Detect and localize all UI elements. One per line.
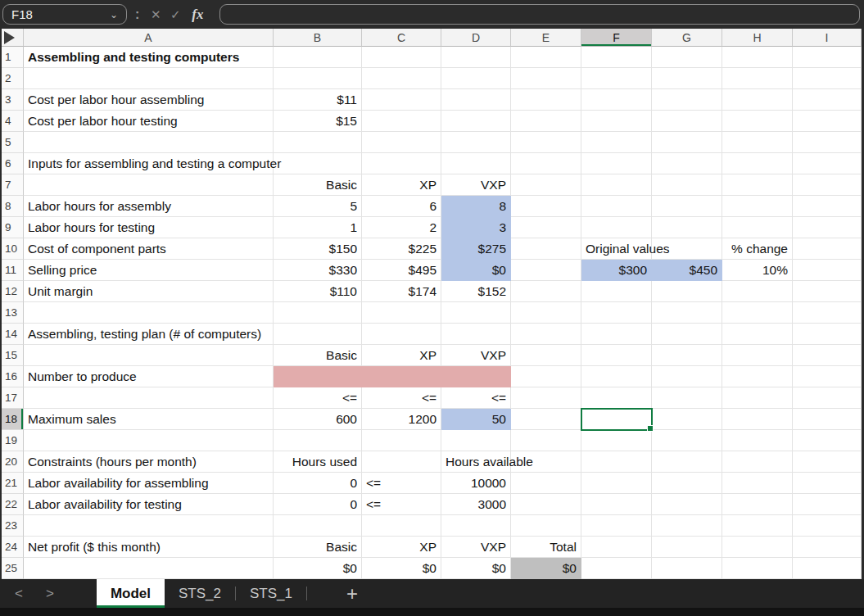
cell-I8[interactable] <box>793 196 862 217</box>
cell-A14[interactable]: Assembling, testing plan (# of computers… <box>24 324 274 345</box>
cell-I13[interactable] <box>793 302 862 324</box>
cell-F23[interactable] <box>581 515 652 537</box>
cell-A17[interactable] <box>24 387 274 409</box>
cell-F8[interactable] <box>581 196 652 217</box>
sheet-nav-forward-icon[interactable]: > <box>46 586 54 602</box>
row-header-25[interactable]: 25 <box>2 558 24 579</box>
cell-A18[interactable]: Maximum sales <box>24 409 274 430</box>
cell-F19[interactable] <box>581 430 652 451</box>
cell-C16[interactable] <box>362 366 441 387</box>
cell-A24[interactable]: Net profit ($ this month) <box>24 537 274 558</box>
cell-H9[interactable] <box>722 217 793 238</box>
cell-G2[interactable] <box>652 68 722 89</box>
cell-C14[interactable] <box>362 324 441 345</box>
cell-E19[interactable] <box>511 430 581 451</box>
cell-D18[interactable]: 50 <box>441 409 511 430</box>
cell-D10[interactable]: $275 <box>441 238 511 260</box>
cell-B7[interactable]: Basic <box>274 174 362 196</box>
cell-I23[interactable] <box>793 515 862 537</box>
cell-I1[interactable] <box>793 47 862 68</box>
sheet-tab-sts-1[interactable]: STS_1 <box>236 579 306 608</box>
cell-I3[interactable] <box>793 89 862 111</box>
cell-I9[interactable] <box>793 217 862 238</box>
cell-E4[interactable] <box>511 111 581 132</box>
cell-G16[interactable] <box>652 366 722 387</box>
cell-B23[interactable] <box>274 515 362 537</box>
cell-G7[interactable] <box>652 174 722 196</box>
cell-H23[interactable] <box>722 515 793 537</box>
cell-H2[interactable] <box>722 68 793 89</box>
row-header-8[interactable]: 8 <box>2 196 24 217</box>
cell-F11[interactable]: $300 <box>581 260 652 281</box>
cell-B22[interactable]: 0 <box>274 494 362 515</box>
cell-C18[interactable]: 1200 <box>362 409 441 430</box>
cell-H12[interactable] <box>722 281 793 302</box>
cell-F15[interactable] <box>581 345 652 366</box>
row-header-15[interactable]: 15 <box>2 345 24 366</box>
column-header-C[interactable]: C <box>362 29 441 47</box>
name-box[interactable]: F18 ⌄ <box>2 4 127 25</box>
cell-B6[interactable] <box>274 153 362 174</box>
cell-G13[interactable] <box>652 302 722 324</box>
row-header-6[interactable]: 6 <box>2 153 24 174</box>
sheet-nav-back-icon[interactable]: < <box>15 586 23 602</box>
cell-E1[interactable] <box>511 47 581 68</box>
cell-G19[interactable] <box>652 430 722 451</box>
cell-D11[interactable]: $0 <box>441 260 511 281</box>
cell-D8[interactable]: 8 <box>441 196 511 217</box>
cell-D5[interactable] <box>441 132 511 153</box>
cell-E25[interactable]: $0 <box>511 558 581 579</box>
cell-A20[interactable]: Constraints (hours per month) <box>24 451 274 473</box>
cell-G14[interactable] <box>652 324 722 345</box>
cell-G15[interactable] <box>652 345 722 366</box>
cell-A22[interactable]: Labor availability for testing <box>24 494 274 515</box>
row-header-3[interactable]: 3 <box>2 89 24 111</box>
row-header-13[interactable]: 13 <box>2 302 24 324</box>
cell-B10[interactable]: $150 <box>274 238 362 260</box>
cell-F13[interactable] <box>581 302 652 324</box>
cell-C22[interactable]: <= <box>362 494 441 515</box>
cell-A8[interactable]: Labor hours for assembly <box>24 196 274 217</box>
cell-E9[interactable] <box>511 217 581 238</box>
row-header-2[interactable]: 2 <box>2 68 24 89</box>
cell-G9[interactable] <box>652 217 722 238</box>
cell-F22[interactable] <box>581 494 652 515</box>
cell-E20[interactable] <box>511 451 581 473</box>
cell-F18[interactable] <box>581 409 652 430</box>
cell-I25[interactable] <box>793 558 862 579</box>
column-header-A[interactable]: A <box>24 29 274 47</box>
row-header-11[interactable]: 11 <box>2 260 24 281</box>
cell-H16[interactable] <box>722 366 793 387</box>
cell-G6[interactable] <box>652 153 722 174</box>
cell-D14[interactable] <box>441 324 511 345</box>
cell-A2[interactable] <box>24 68 274 89</box>
cell-I18[interactable] <box>793 409 862 430</box>
cell-F7[interactable] <box>581 174 652 196</box>
cell-F12[interactable] <box>581 281 652 302</box>
cell-B5[interactable] <box>274 132 362 153</box>
cell-G24[interactable] <box>652 537 722 558</box>
cell-G22[interactable] <box>652 494 722 515</box>
cell-A16[interactable]: Number to produce <box>24 366 274 387</box>
cell-H11[interactable]: 10% <box>722 260 793 281</box>
cell-F16[interactable] <box>581 366 652 387</box>
cell-H1[interactable] <box>722 47 793 68</box>
cell-C23[interactable] <box>362 515 441 537</box>
cell-B21[interactable]: 0 <box>274 473 362 494</box>
cell-B13[interactable] <box>274 302 362 324</box>
cell-G18[interactable] <box>652 409 722 430</box>
cell-A6[interactable]: Inputs for assembling and testing a comp… <box>24 153 274 174</box>
cell-D13[interactable] <box>441 302 511 324</box>
cell-A5[interactable] <box>24 132 274 153</box>
cell-C15[interactable]: XP <box>362 345 441 366</box>
cell-F1[interactable] <box>581 47 652 68</box>
cell-C13[interactable] <box>362 302 441 324</box>
cell-A15[interactable] <box>24 345 274 366</box>
cell-D17[interactable]: <= <box>441 387 511 409</box>
cell-C1[interactable] <box>362 47 441 68</box>
cell-E14[interactable] <box>511 324 581 345</box>
cell-B9[interactable]: 1 <box>274 217 362 238</box>
row-header-9[interactable]: 9 <box>2 217 24 238</box>
cell-H13[interactable] <box>722 302 793 324</box>
cell-I6[interactable] <box>793 153 862 174</box>
